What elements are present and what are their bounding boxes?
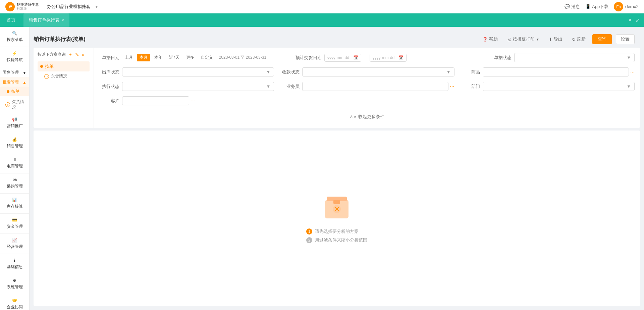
salesperson-more-icon[interactable]: ··· (450, 84, 454, 90)
out-status-select[interactable]: ▼ (122, 67, 274, 76)
scheme-欠货情况[interactable]: ○ 欠货情况 (38, 71, 90, 81)
goods-label: 商品 (460, 69, 480, 75)
export-icon: ⬇ (549, 37, 552, 42)
dropdown-arrow-icon[interactable]: ▼ (95, 4, 99, 9)
calendar-start-icon[interactable]: 📅 (353, 55, 358, 60)
tab-bar-right: × ⤢ (629, 17, 644, 23)
tab-sales-order[interactable]: 销售订单执行表 × (23, 13, 69, 27)
page-title: 销售订单执行表(按单) (34, 36, 86, 43)
expected-date-end[interactable]: yyyy-mm-dd 📅 (370, 54, 407, 62)
goods-input[interactable] (483, 67, 629, 76)
tab-bar: 首页 销售订单执行表 × × ⤢ (0, 13, 644, 27)
status-select[interactable]: ▼ (514, 53, 635, 62)
sidebar-item-ecommerce[interactable]: 🖥 电商管理 (0, 153, 29, 173)
message-action[interactable]: 💬 消息 (565, 4, 580, 10)
recv-status-select[interactable]: ▼ (302, 67, 454, 76)
marketing-icon: 📢 (12, 117, 17, 122)
inventory-icon: 📊 (12, 198, 17, 202)
empty-step-1: 1 请先选择要分析的方案 (306, 228, 367, 235)
add-scheme-icon[interactable]: ＋ (68, 52, 72, 57)
user-name: demo2 (625, 4, 639, 9)
user-area[interactable]: Ea demo2 (614, 2, 639, 11)
retail-arrow-icon: ▼ (22, 70, 26, 75)
sidebar-item-purchase[interactable]: 🛍 采购管理 (0, 173, 29, 194)
salesperson-control: ··· (302, 82, 454, 91)
sidebar-item-operations[interactable]: 📈 经营管理 (0, 234, 29, 254)
step1-text: 请先选择要分析的方案 (315, 228, 359, 235)
salesperson-label: 业务员 (279, 84, 300, 90)
date-placeholder-start: yyyy-mm-dd (327, 55, 349, 60)
status-field: 单据状态 ▼ (491, 53, 635, 62)
inventory-label: 库存核算 (7, 204, 23, 209)
svg-rect-2 (333, 200, 340, 204)
salesperson-field: 业务员 ··· (279, 82, 454, 91)
tab-maximize-icon[interactable]: ⤢ (636, 17, 640, 23)
sidebar-sub-按单[interactable]: 按单 (0, 87, 29, 96)
tab-close-window-icon[interactable]: × (629, 17, 632, 23)
logo-icon: 好 (5, 2, 15, 11)
app-download-action[interactable]: 📱 App下载 (585, 4, 608, 10)
date-tab-this-year[interactable]: 本年 (152, 54, 165, 61)
template-print-btn[interactable]: 🖨 按模板打印 ▼ (504, 35, 542, 44)
print-icon: 🖨 (507, 37, 512, 42)
app-download-label: App下载 (592, 4, 608, 10)
sidebar-item-retail[interactable]: 零售管理 ▼ (0, 67, 29, 77)
calendar-end-icon[interactable]: 📅 (398, 55, 404, 60)
query-button[interactable]: 查询 (592, 34, 612, 44)
settings-button[interactable]: 设置 (616, 34, 635, 44)
tab-close-icon[interactable]: × (61, 17, 64, 23)
salesperson-input[interactable] (302, 82, 448, 91)
help-btn[interactable]: ❓ 帮助 (480, 35, 500, 44)
sidebar-item-finance[interactable]: 💳 资金管理 (0, 214, 29, 234)
status-label: 单据状态 (491, 55, 512, 61)
expected-date-control: yyyy-mm-dd 📅 — yyyy-mm-dd 📅 (324, 54, 486, 62)
sidebar-item-wholesale[interactable]: 批发管理 ▲ (0, 77, 29, 87)
filter-panel-inner: 按以下方案查询 ＋ ✎ « 按单 ○ 欠货情况 (34, 48, 640, 128)
date-tab-more[interactable]: 更多 (183, 54, 197, 61)
expected-date-label: 预计交货日期 (296, 55, 322, 61)
sidebar-item-marketing[interactable]: 📢 营销推广 (0, 113, 29, 133)
dept-select[interactable]: ▼ (483, 82, 635, 91)
out-status-dropdown-icon: ▼ (266, 69, 270, 74)
sidebar-item-enterprise[interactable]: 🤝 企业协同 (0, 294, 29, 310)
sidebar-item-system[interactable]: ⚙ 系统管理 (0, 274, 29, 294)
customer-field: 客户 ··· (99, 96, 287, 105)
search-label: 搜索菜单 (7, 37, 23, 43)
collapse-icon: ∧∧ (350, 114, 357, 119)
sidebar-sub-欠货情况[interactable]: ○ 欠货情况 (0, 96, 29, 113)
date-tab-last-month[interactable]: 上月 (122, 54, 136, 61)
empty-step-2: 2 用过滤条件来缩小分析范围 (306, 237, 367, 243)
export-btn[interactable]: ⬇ 导出 (546, 35, 565, 44)
sidebar-item-inventory[interactable]: 📊 库存核算 (0, 194, 29, 214)
sales-icon: 💰 (12, 137, 17, 142)
collapse-conditions-btn[interactable]: ∧∧ 收起更多条件 (99, 111, 635, 122)
date-tab-last-7days[interactable]: 近7天 (166, 54, 182, 61)
tab-label: 销售订单执行表 (29, 17, 59, 23)
filter-row-4: 客户 ··· (99, 96, 635, 105)
empty-box-svg (320, 191, 354, 221)
exec-status-select[interactable]: ▼ (122, 82, 274, 91)
collapse-scheme-icon[interactable]: « (82, 52, 85, 57)
scheme-按单[interactable]: 按单 (38, 61, 90, 71)
sidebar-item-basic[interactable]: ℹ 基础信息 (0, 254, 29, 274)
sidebar-search[interactable]: 🔍 搜索菜单 (0, 27, 29, 47)
edit-scheme-icon[interactable]: ✎ (75, 52, 79, 57)
top-header: 好 畅捷通好生意 标准版 办公用品行业模拟账套 ▼ 💬 消息 📱 App下载 E… (0, 0, 644, 13)
operations-label: 经营管理 (7, 244, 23, 250)
tab-home[interactable]: 首页 (0, 13, 22, 27)
sidebar-item-sales[interactable]: 💰 销售管理 (0, 133, 29, 153)
system-label: 系统管理 (7, 284, 23, 290)
goods-more-icon[interactable]: ··· (630, 69, 635, 75)
out-status-field: 出库状态 ▼ (99, 67, 274, 76)
empty-illustration (320, 191, 354, 222)
date-tab-custom[interactable]: 自定义 (198, 54, 216, 61)
refresh-btn[interactable]: ↻ 刷新 (569, 35, 588, 44)
expected-date-start[interactable]: yyyy-mm-dd 📅 (324, 54, 361, 62)
customer-input[interactable] (122, 96, 189, 105)
finance-icon: 💳 (12, 218, 17, 222)
sidebar-quicknav[interactable]: ⚡ 快捷导航 (0, 47, 29, 67)
recv-status-field: 收款状态 ▼ (279, 67, 454, 76)
customer-more-icon[interactable]: ··· (191, 98, 195, 104)
date-tab-this-month[interactable]: 本月 (137, 54, 150, 61)
date-tabs: 上月 本月 本年 近7天 更多 自定义 (122, 54, 216, 61)
